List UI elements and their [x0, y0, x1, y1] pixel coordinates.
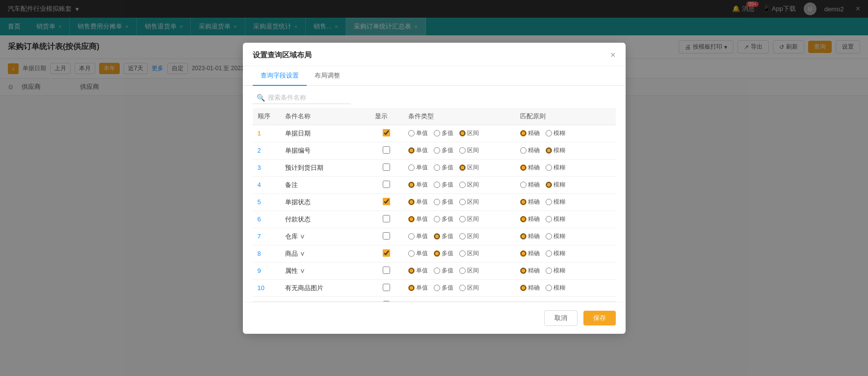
match-option-label[interactable]: 精确 — [520, 163, 540, 172]
display-checkbox[interactable] — [383, 129, 390, 136]
type-radio[interactable] — [434, 147, 440, 154]
match-option-label[interactable]: 精确 — [520, 215, 540, 223]
type-radio[interactable] — [408, 216, 415, 222]
match-radio[interactable] — [546, 216, 552, 222]
type-radio[interactable] — [408, 164, 415, 171]
type-option-label[interactable]: 区间 — [459, 146, 479, 155]
display-checkbox[interactable] — [383, 181, 390, 188]
match-radio[interactable] — [546, 182, 552, 188]
type-option-label[interactable]: 多值 — [434, 163, 453, 172]
type-option-label[interactable]: 区间 — [459, 249, 479, 258]
type-option-label[interactable]: 多值 — [434, 284, 453, 292]
match-option-label[interactable]: 精确 — [520, 129, 540, 137]
match-option-label[interactable]: 精确 — [520, 146, 540, 155]
match-radio[interactable] — [520, 147, 526, 154]
type-option-label[interactable]: 单值 — [408, 146, 428, 155]
type-option-label[interactable]: 区间 — [459, 163, 479, 172]
type-option-label[interactable]: 多值 — [434, 267, 453, 275]
type-radio[interactable] — [434, 216, 440, 222]
type-option-label[interactable]: 区间 — [459, 181, 479, 189]
display-checkbox[interactable] — [383, 146, 390, 154]
display-checkbox[interactable] — [383, 198, 390, 205]
match-option-label[interactable]: 精确 — [520, 181, 540, 189]
type-radio[interactable] — [459, 250, 466, 257]
type-radio[interactable] — [434, 268, 440, 274]
type-option-label[interactable]: 多值 — [434, 215, 453, 223]
type-option-label[interactable]: 单值 — [408, 267, 428, 275]
search-input[interactable] — [268, 94, 342, 101]
match-radio[interactable] — [546, 130, 552, 136]
type-option-label[interactable]: 多值 — [434, 249, 453, 258]
match-radio[interactable] — [546, 268, 552, 274]
table-scroll-area[interactable]: 1单据日期单值多值区间精确模糊2单据编号单值多值区间精确模糊3预计到货日期单值多… — [253, 125, 616, 302]
match-option-label[interactable]: 模糊 — [546, 198, 565, 206]
type-radio[interactable] — [434, 250, 440, 257]
match-radio[interactable] — [520, 233, 526, 240]
match-option-label[interactable]: 精确 — [520, 284, 540, 292]
type-radio[interactable] — [408, 182, 415, 188]
type-option-label[interactable]: 单值 — [408, 181, 428, 189]
match-option-label[interactable]: 模糊 — [546, 163, 565, 172]
type-radio[interactable] — [408, 199, 415, 205]
display-checkbox[interactable] — [383, 284, 390, 291]
match-radio[interactable] — [520, 182, 526, 188]
type-radio[interactable] — [459, 130, 466, 136]
type-option-label[interactable]: 多值 — [434, 181, 453, 189]
type-radio[interactable] — [408, 268, 415, 274]
type-radio[interactable] — [459, 147, 466, 154]
match-radio[interactable] — [546, 250, 552, 257]
match-option-label[interactable]: 模糊 — [546, 232, 565, 241]
type-radio[interactable] — [408, 147, 415, 154]
type-option-label[interactable]: 多值 — [434, 232, 453, 241]
type-option-label[interactable]: 单值 — [408, 232, 428, 241]
match-radio[interactable] — [520, 164, 526, 171]
match-radio[interactable] — [520, 216, 526, 222]
match-option-label[interactable]: 模糊 — [546, 284, 565, 292]
type-option-label[interactable]: 单值 — [408, 129, 428, 137]
match-radio[interactable] — [520, 250, 526, 257]
type-radio[interactable] — [459, 164, 466, 171]
match-option-label[interactable]: 精确 — [520, 232, 540, 241]
type-option-label[interactable]: 区间 — [459, 198, 479, 206]
match-radio[interactable] — [546, 147, 552, 154]
type-option-label[interactable]: 单值 — [408, 249, 428, 258]
type-option-label[interactable]: 区间 — [459, 232, 479, 241]
display-checkbox[interactable] — [383, 163, 390, 171]
match-option-label[interactable]: 模糊 — [546, 215, 565, 223]
match-option-label[interactable]: 模糊 — [546, 249, 565, 258]
save-button[interactable]: 保存 — [583, 311, 616, 325]
match-radio[interactable] — [546, 164, 552, 171]
type-radio[interactable] — [459, 199, 466, 205]
cancel-button[interactable]: 取消 — [544, 310, 578, 326]
type-option-label[interactable]: 区间 — [459, 267, 479, 275]
type-radio[interactable] — [459, 233, 466, 240]
type-option-label[interactable]: 单值 — [408, 284, 428, 292]
type-option-label[interactable]: 单值 — [408, 215, 428, 223]
match-radio[interactable] — [546, 199, 552, 205]
type-radio[interactable] — [408, 130, 415, 136]
type-option-label[interactable]: 区间 — [459, 284, 479, 292]
tab-query-fields[interactable]: 查询字段设置 — [253, 66, 307, 86]
match-option-label[interactable]: 模糊 — [546, 267, 565, 275]
type-radio[interactable] — [408, 250, 415, 257]
match-radio[interactable] — [520, 268, 526, 274]
match-option-label[interactable]: 模糊 — [546, 129, 565, 137]
type-option-label[interactable]: 多值 — [434, 198, 453, 206]
type-radio[interactable] — [434, 199, 440, 205]
type-option-label[interactable]: 单值 — [408, 198, 428, 206]
type-radio[interactable] — [434, 285, 440, 291]
match-option-label[interactable]: 模糊 — [546, 146, 565, 155]
display-checkbox[interactable] — [383, 267, 390, 274]
type-radio[interactable] — [434, 130, 440, 136]
match-radio[interactable] — [546, 233, 552, 240]
type-radio[interactable] — [408, 233, 415, 240]
type-radio[interactable] — [434, 164, 440, 171]
match-radio[interactable] — [520, 130, 526, 136]
match-radio[interactable] — [520, 199, 526, 205]
type-radio[interactable] — [434, 182, 440, 188]
type-option-label[interactable]: 多值 — [434, 129, 453, 137]
type-radio[interactable] — [459, 182, 466, 188]
match-option-label[interactable]: 精确 — [520, 198, 540, 206]
display-checkbox[interactable] — [383, 215, 390, 222]
type-option-label[interactable]: 单值 — [408, 163, 428, 172]
